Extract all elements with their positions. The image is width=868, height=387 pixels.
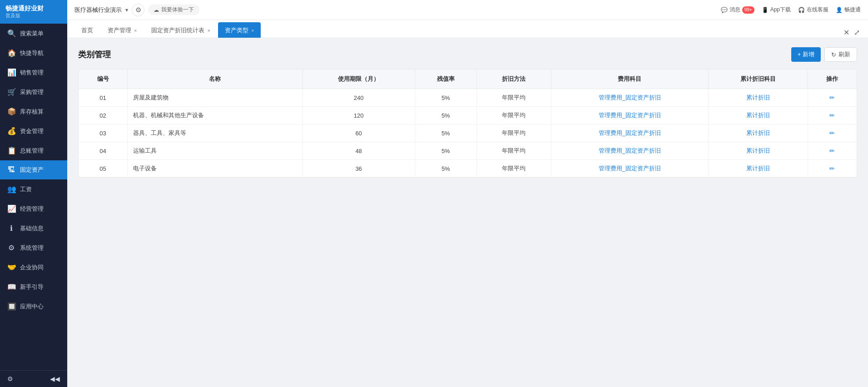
cell-name: 器具、工具、家具等 [128,124,303,142]
cell-method: 年限平均 [476,89,551,107]
sidebar-item-guide[interactable]: 📖 新手引导 [0,277,67,297]
sidebar-item-app-center[interactable]: 🔲 应用中心 [0,297,67,316]
box-icon: 📦 [7,107,15,116]
sidebar-item-ledger[interactable]: 📋 总账管理 [0,141,67,160]
sidebar-item-quicknav[interactable]: 🏠 快捷导航 [0,43,67,63]
col-header-fee: 费用科目 [551,69,708,89]
tab-home[interactable]: 首页 [74,22,100,38]
settings-button[interactable]: ⚙ [132,4,144,16]
cell-action: ✏ [808,160,857,178]
content-header: 类别管理 + 新增 ↻ 刷新 [78,47,857,62]
sidebar-item-payroll[interactable]: 👥 工资 [0,179,67,199]
new-button[interactable]: + 新增 [791,47,821,62]
tab-expand-button[interactable]: ⤢ [853,27,861,38]
user-button[interactable]: 👤 畅捷通 [836,6,861,14]
col-header-residual: 残值率 [415,69,476,89]
cell-acc-subject: 累计折旧 [708,107,808,124]
cell-code: 05 [79,160,128,178]
col-header-acc: 累计折旧科目 [708,69,808,89]
edit-icon[interactable]: ✏ [829,94,835,101]
cell-code: 03 [79,124,128,142]
cell-method: 年限平均 [476,160,551,178]
cell-name: 机器、机械和其他生产设备 [128,107,303,124]
cell-acc-subject: 累计折旧 [708,142,808,160]
sidebar-item-label: 基础信息 [20,224,44,233]
cell-code: 01 [79,89,128,107]
sidebar-item-purchase[interactable]: 🛒 采购管理 [0,82,67,102]
sidebar-item-basic-info[interactable]: ℹ 基础信息 [0,218,67,238]
col-header-action: 操作 [808,69,857,89]
refresh-button[interactable]: ↻ 刷新 [824,47,857,62]
cell-name: 运输工具 [128,142,303,160]
col-header-method: 折旧方法 [476,69,551,89]
cell-action: ✏ [808,124,857,142]
sidebar-item-search[interactable]: 🔍 搜索菜单 [0,24,67,43]
sidebar-item-fixed-assets[interactable]: 🏗 固定资产 [0,160,67,179]
table-container: 编号 名称 使用期限（月） 残值率 折旧方法 费用科目 累计折旧科目 操作 01… [78,69,857,178]
cell-method: 年限平均 [476,107,551,124]
tab-depreciation-close[interactable]: × [207,28,210,33]
edit-icon[interactable]: ✏ [829,112,835,119]
sidebar-item-sales[interactable]: 📊 销售管理 [0,63,67,82]
page-title: 类别管理 [78,49,111,60]
settings-icon[interactable]: ⚙ [7,375,13,382]
tab-depreciation[interactable]: 固定资产折旧统计表 × [144,22,217,38]
book-icon: 📖 [7,283,15,291]
logo-area: 畅捷通好业财 普及版 [0,0,67,24]
tab-asset-mgmt-close[interactable]: × [134,28,137,33]
user-label: 畅捷通 [844,6,861,14]
sidebar-item-label: 新手引导 [20,283,44,291]
edit-icon[interactable]: ✏ [829,165,835,172]
customer-service-button[interactable]: 🎧 在线客服 [798,6,828,14]
sidebar-item-enterprise[interactable]: 🤝 企业协同 [0,258,67,277]
sidebar-item-inventory[interactable]: 📦 库存核算 [0,102,67,121]
messages-button[interactable]: 💬 消息 99+ [721,6,754,14]
tab-home-label: 首页 [81,26,93,35]
sidebar-footer: ⚙ ◀◀ [0,370,67,387]
edit-icon[interactable]: ✏ [829,129,835,137]
tab-asset-mgmt[interactable]: 资产管理 × [101,22,144,38]
app-edition: 普及版 [5,12,44,19]
dropdown-arrow[interactable]: ▾ [125,7,128,13]
cell-fee-subject: 管理费用_固定资产折旧 [551,107,708,124]
cell-action: ✏ [808,107,857,124]
trial-label: 我要体验一下 [161,6,194,14]
edit-icon[interactable]: ✏ [829,147,835,154]
home-icon: 🏠 [7,49,15,57]
tab-asset-mgmt-label: 资产管理 [108,26,131,35]
collapse-icon[interactable]: ◀◀ [50,375,60,382]
sidebar-item-label: 总账管理 [20,147,44,155]
tab-close-button[interactable]: ✕ [843,27,850,38]
tab-asset-type[interactable]: 资产类型 × [218,22,261,38]
tab-asset-type-close[interactable]: × [251,28,254,33]
sidebar-item-system[interactable]: ⚙ 系统管理 [0,238,67,258]
col-header-months: 使用期限（月） [303,69,415,89]
tab-depreciation-label: 固定资产折旧统计表 [151,26,204,35]
sidebar-item-label: 搜索菜单 [20,30,44,38]
sidebar-item-funds[interactable]: 💰 资金管理 [0,121,67,141]
headset-icon: 🎧 [798,7,805,13]
tab-asset-type-label: 资产类型 [225,26,248,35]
sidebar-item-label: 资金管理 [20,127,44,135]
sidebar-item-label: 应用中心 [20,303,44,311]
cell-residual: 5% [415,107,476,124]
sidebar-item-label: 工资 [20,185,32,194]
cell-fee-subject: 管理费用_固定资产折旧 [551,124,708,142]
cell-residual: 5% [415,124,476,142]
app-download-button[interactable]: 📱 App下载 [762,6,791,14]
trial-button[interactable]: ☁ 我要体验一下 [148,5,199,15]
topbar-left: 医疗器械行业演示 ▾ ⚙ ☁ 我要体验一下 [74,4,199,16]
cell-code: 04 [79,142,128,160]
header-actions: + 新增 ↻ 刷新 [791,47,857,62]
cell-acc-subject: 累计折旧 [708,124,808,142]
sidebar-item-label: 采购管理 [20,88,44,96]
cell-months: 120 [303,107,415,124]
fixed-assets-icon: 🏗 [7,166,15,174]
table-header-row: 编号 名称 使用期限（月） 残值率 折旧方法 费用科目 累计折旧科目 操作 [79,69,857,89]
cell-method: 年限平均 [476,142,551,160]
operations-icon: 📈 [7,204,15,213]
refresh-label: 刷新 [838,50,850,59]
sidebar-item-label: 销售管理 [20,69,44,77]
cart-icon: 🛒 [7,88,15,96]
sidebar-item-operations[interactable]: 📈 经营管理 [0,199,67,218]
